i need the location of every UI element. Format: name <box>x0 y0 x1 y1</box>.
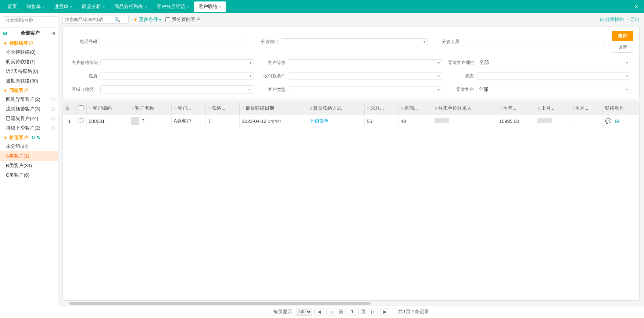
chat-action-icon[interactable]: 💬 <box>605 118 611 124</box>
price-level-select[interactable]: ▾ <box>100 59 254 66</box>
tab-customer-segment-close[interactable]: × <box>187 4 189 9</box>
search-input[interactable] <box>65 17 113 22</box>
th-this-month[interactable]: ⇅本月... <box>569 102 602 114</box>
th-gear[interactable]: ⚙ <box>63 102 76 114</box>
next-page-btn[interactable]: ▷ <box>368 308 378 315</box>
status-select[interactable]: ▾ <box>476 73 630 80</box>
group-pending-contact[interactable]: ▼ 待联络客户 <box>0 39 58 47</box>
tab-customer-contact-close[interactable]: × <box>219 4 221 9</box>
nature-select[interactable]: ▾ <box>100 73 254 80</box>
tab-customer-segment[interactable]: 客户分层经营 × <box>152 1 193 12</box>
th-last-method[interactable]: ⇅最后联络方式 <box>307 102 365 114</box>
sidebar-item-7days[interactable]: 近7天待联络(0) <box>0 67 58 76</box>
filter-panel: 电话号码 分管部门 ▾ 分管人员 ··· <box>62 26 640 99</box>
filter-cell-retail-customer: 零散客户 全部 ▾ <box>445 83 633 96</box>
cell-last-method[interactable]: 下销货单 <box>307 114 365 128</box>
th-contact-count[interactable]: ⇅联络... <box>206 102 240 114</box>
sidebar-item-ungrouped[interactable]: 未分组(32) <box>0 142 58 151</box>
scroll-thumb[interactable] <box>69 302 371 305</box>
search-icon[interactable]: 🔍 <box>114 17 120 22</box>
th-unit-contact[interactable]: ⇅往来单位联系人 <box>432 102 497 114</box>
table-scroll[interactable]: ⚙ ⇅客户编码 ⇅客户名称 ⇅客户... ⇅联络... ⇅最后联络日期 ⇅最后联… <box>63 102 639 300</box>
qrcode-action-icon[interactable]: ⊞ <box>615 118 619 124</box>
tab-purchase[interactable]: 进货单 × <box>50 1 76 12</box>
payment-select[interactable]: ▾ <box>288 73 442 80</box>
info-icon-repeat: ⓘ <box>51 97 55 102</box>
collapse-icon[interactable]: ◀ <box>51 31 55 36</box>
my-customers-checkbox[interactable] <box>165 17 170 22</box>
th-checkbox[interactable] <box>76 102 86 114</box>
filter-row-1: 电话号码 分管部门 ▾ 分管人员 ··· <box>69 29 633 54</box>
tab-product-analysis[interactable]: 商品分析 × <box>78 1 109 12</box>
page-number-input[interactable] <box>346 308 359 315</box>
sidebar-item-declining[interactable]: 持续下滑客户(2) ⓘ <box>0 123 58 133</box>
filter-cell-price-level: 客户价格等级 ▾ <box>69 58 257 68</box>
settings-btn[interactable]: 设置 <box>612 43 633 53</box>
refresh-icon[interactable]: ↻ <box>31 135 35 140</box>
last-method-link[interactable]: 下销货单 <box>310 118 329 124</box>
row-checkbox[interactable] <box>79 118 83 123</box>
select-all-checkbox[interactable] <box>79 105 83 110</box>
tab-sales[interactable]: 销货单 × <box>22 1 49 12</box>
tab-purchase-close[interactable]: × <box>70 4 72 9</box>
nav-home[interactable]: 首页 <box>3 3 21 10</box>
export-btn[interactable]: ↑ 导出 <box>627 16 640 23</box>
th-code[interactable]: ⇅客户编码 <box>86 102 129 114</box>
th-last-date[interactable]: ⇅最后联络日期 <box>240 102 307 114</box>
cell-type: A类客户 <box>171 114 206 128</box>
first-page-btn[interactable]: ◀ <box>314 308 324 315</box>
toolbar-right: ☑ 批量操作 ↑ 导出 <box>600 16 640 23</box>
cell-name: ？ <box>129 114 172 128</box>
region-select[interactable]: ··· <box>100 85 254 93</box>
tab-product-list[interactable]: 商品分析列表 × <box>110 1 151 12</box>
th-this-year[interactable]: ⇅本年... <box>497 102 535 114</box>
sidebar-search-input[interactable] <box>3 16 58 24</box>
tab-product-list-close[interactable]: × <box>144 4 147 9</box>
sidebar-item-today[interactable]: 今天待联络(0) <box>0 47 58 57</box>
cell-actions: 💬 ⊞ <box>603 114 640 128</box>
sidebar-item-churn-warning[interactable]: 流失预警客户(3) ⓘ <box>0 104 58 114</box>
th-no-contact[interactable]: ⇅未联... <box>364 102 398 114</box>
query-btn[interactable]: 查询 <box>612 31 633 41</box>
batch-ops-btn[interactable]: ☑ 批量操作 <box>600 16 624 23</box>
sidebar-item-class-a[interactable]: A类客户(1) <box>0 151 58 161</box>
sidebar-item-class-b-label: B类客户(33) <box>6 162 32 169</box>
group-problem-customer[interactable]: ▼ 问题客户 <box>0 86 58 95</box>
last-page-btn[interactable]: ▶ <box>380 308 390 315</box>
group-value-customer[interactable]: ▼ 价值客户 ↻ ✎ <box>0 133 58 142</box>
gear-icon[interactable]: ⚙ <box>65 105 70 111</box>
horizontal-scrollbar[interactable] <box>58 301 644 305</box>
th-name[interactable]: ⇅客户名称 <box>129 102 172 114</box>
sidebar-item-overdue[interactable]: 逾期未联络(30) <box>0 76 58 86</box>
phone-label: 电话号码 <box>72 39 97 45</box>
more-filters-btn[interactable]: ▼ 更多条件 ▾ <box>132 15 162 24</box>
sidebar-item-tomorrow[interactable]: 明天待联络(1) <box>0 57 58 67</box>
sidebar-item-churned[interactable]: 已流失客户(24) ⓘ <box>0 114 58 123</box>
tab-product-analysis-close[interactable]: × <box>103 4 105 9</box>
th-last-month[interactable]: ⇅上月... <box>535 102 569 114</box>
retail-attr-select[interactable]: 全部 ▾ <box>477 58 630 67</box>
sidebar-item-repeat-abnormal[interactable]: 回购异常客户(2) ⓘ <box>0 95 58 104</box>
th-type[interactable]: ⇅客户... <box>171 102 206 114</box>
cell-checkbox[interactable] <box>76 114 86 128</box>
all-customers-header[interactable]: ⊞ 全部客户 ◀ <box>0 28 58 39</box>
person-select[interactable]: ··· <box>462 38 609 46</box>
tab-customer-contact[interactable]: 客户联络 × <box>194 1 226 12</box>
window-close-icon[interactable]: × <box>632 3 641 10</box>
customer-type-select[interactable]: ▾ <box>288 86 442 93</box>
sidebar-item-class-c[interactable]: C类客户(6) <box>0 170 58 180</box>
retail-customer-select[interactable]: 全部 ▾ <box>476 85 630 94</box>
th-overdue[interactable]: ⇅逾期... <box>398 102 432 114</box>
cell-this-month <box>569 114 602 128</box>
dept-select[interactable]: ▾ <box>281 38 428 45</box>
sort-icon-unit-contact: ⇅ <box>434 106 437 110</box>
customer-level-select[interactable]: ▾ <box>288 59 442 66</box>
phone-input[interactable] <box>100 38 247 46</box>
tab-sales-close[interactable]: × <box>42 4 44 9</box>
my-customers-checkbox-label[interactable]: 我分管的客户 <box>165 16 200 23</box>
prev-page-btn[interactable]: ◁ <box>326 308 336 315</box>
top-nav: 首页 销货单 × 进货单 × 商品分析 × 商品分析列表 × 客户分层经营 × … <box>0 0 644 13</box>
edit-icon[interactable]: ✎ <box>36 135 40 140</box>
sidebar-item-class-b[interactable]: B类客户(33) <box>0 161 58 170</box>
per-page-select[interactable]: 50 <box>296 308 312 316</box>
